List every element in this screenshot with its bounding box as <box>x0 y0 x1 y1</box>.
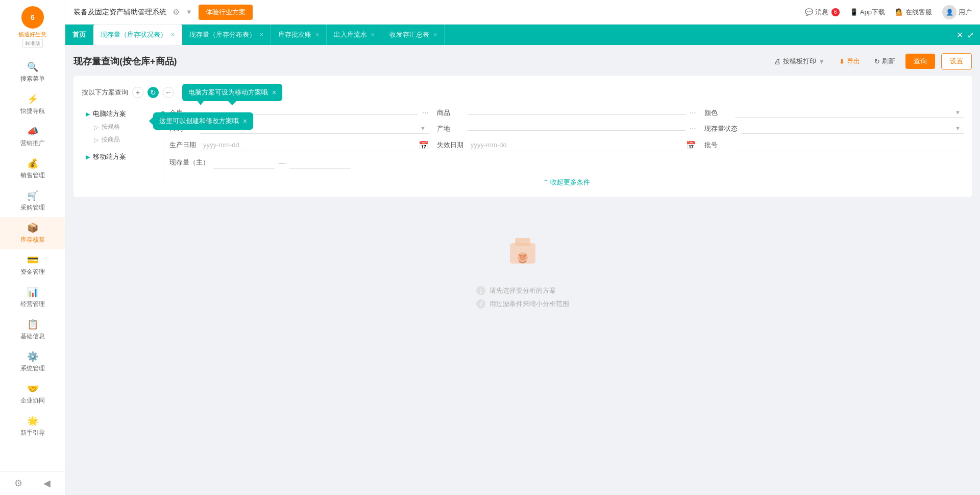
pc-scheme-header[interactable]: ▶ 电脑端方案 <box>82 107 157 121</box>
filter-refresh-btn[interactable]: ↻ <box>148 87 159 98</box>
collapse-sidebar-icon[interactable]: ◀ <box>43 478 51 489</box>
message-icon: 💬 <box>805 8 813 16</box>
plan-button[interactable]: 体验行业方案 <box>199 5 253 20</box>
sidebar-item-quicknav[interactable]: ⚡ 快捷导航 <box>0 88 65 121</box>
sidebar-item-newbie[interactable]: 🌟 新手引导 <box>0 410 65 442</box>
filter-add-btn[interactable]: + <box>132 87 143 98</box>
goods-select[interactable] <box>468 110 685 115</box>
svg-rect-3 <box>515 238 530 246</box>
empty-illustration <box>500 228 546 274</box>
tab-batch-account[interactable]: 库存批次账 × <box>271 25 327 45</box>
print-action[interactable]: 🖨 按模板打印 ▼ <box>770 55 829 68</box>
tab-inout-flow-label: 出入库流水 <box>334 30 367 39</box>
tab-home-label: 首页 <box>72 30 86 39</box>
produce-date-calendar-icon[interactable]: 📅 <box>419 140 429 150</box>
message-action[interactable]: 💬 消息 6 <box>805 8 840 17</box>
tab-inout-flow[interactable]: 出入库流水 × <box>327 25 382 45</box>
filter-cell-quantity: 现存量（主） — <box>169 156 374 169</box>
filter-cell-goods: 商品 ··· <box>437 108 696 117</box>
mobile-scheme-header[interactable]: ▶ 移动端方案 <box>82 150 157 163</box>
produce-date-input[interactable] <box>200 139 414 151</box>
filter-header: 按以下方案查询 + ↻ ← 电脑方案可设为移动方案哦 × <box>82 84 964 101</box>
refresh-label: 刷新 <box>882 57 895 66</box>
expire-date-input[interactable] <box>468 139 682 151</box>
step-circle-2: 2 <box>476 299 485 309</box>
sidebar-item-system[interactable]: ⚙️ 系统管理 <box>0 346 65 378</box>
filter-cell-produce-date: 生产日期 📅 <box>169 139 429 151</box>
operations-icon: 📊 <box>27 287 38 298</box>
sidebar-item-cooperation[interactable]: 🤝 企业协同 <box>0 378 65 410</box>
tab-home[interactable]: 首页 <box>65 25 93 45</box>
expire-date-label: 失效日期 <box>437 140 463 150</box>
sidebar-item-label: 系统管理 <box>20 364 45 373</box>
origin-select[interactable] <box>468 126 685 131</box>
tab-inventory-status-close[interactable]: × <box>171 31 175 38</box>
tooltip2-close[interactable]: × <box>243 117 247 125</box>
sidebar-item-inventory[interactable]: 📦 库存核算 <box>0 217 65 249</box>
filter-row-3: 生产日期 📅 失效日期 📅 批号 <box>169 139 964 151</box>
tab-recv-summary[interactable]: 收发存汇总表 × <box>382 25 445 45</box>
page-title: 现存量查询(按仓库+商品) <box>74 55 177 67</box>
header-settings-icon[interactable]: ⚙ <box>173 7 180 17</box>
tab-inventory-status[interactable]: 现存量（库存状况表） × <box>93 25 182 45</box>
collapse-label: 收起更多条件 <box>550 178 590 186</box>
sidebar-item-label: 库存核算 <box>20 235 45 244</box>
color-select[interactable]: ▼ <box>735 107 964 118</box>
guige-label: 按规格 <box>102 123 120 131</box>
sidebar-item-marketing[interactable]: 📣 营销推广 <box>0 121 65 153</box>
refresh-action[interactable]: ↻ 刷新 <box>870 55 899 68</box>
sidebar-item-basic[interactable]: 📋 基础信息 <box>0 314 65 346</box>
tab-recv-summary-close[interactable]: × <box>433 31 437 38</box>
page-title-bar: 现存量查询(按仓库+商品) 🖨 按模板打印 ▼ ⬇ 导出 ↻ 刷新 查询 设置 <box>74 53 972 69</box>
filter-back-btn[interactable]: ← <box>163 87 174 98</box>
user-avatar: 👤 <box>942 5 957 19</box>
goods-dots[interactable]: ··· <box>690 108 696 117</box>
pc-scheme-child-shangpin[interactable]: ▷ 按商品 <box>90 133 157 146</box>
filter-cell-origin: 产地 ··· <box>437 124 696 133</box>
settings-bottom-icon[interactable]: ⚙ <box>14 478 22 489</box>
sidebar-item-purchase[interactable]: 🛒 采购管理 <box>0 185 65 217</box>
app-download-action[interactable]: 📱 App下载 <box>850 8 885 17</box>
user-action[interactable]: 👤 用户 <box>942 5 972 19</box>
tab-inventory-dist-close[interactable]: × <box>260 31 263 38</box>
warehouse-dots[interactable]: ··· <box>422 108 429 117</box>
tab-batch-account-close[interactable]: × <box>315 31 319 38</box>
sidebar-menu: 🔍 搜索菜单 ⚡ 快捷导航 📣 营销推广 💰 销售管理 🛒 采购管理 📦 库存核… <box>0 52 65 471</box>
scheme-list: 这里可以创建和修改方案哦 × ▶ 电脑端方案 <box>82 107 163 189</box>
sidebar-item-label: 销售管理 <box>20 171 45 180</box>
header-dropdown-icon[interactable]: ▼ <box>186 8 192 16</box>
pc-scheme-child-guige[interactable]: ▷ 按规格 <box>90 121 157 133</box>
quantity-to-input[interactable] <box>289 156 351 169</box>
batch-input[interactable] <box>735 139 964 151</box>
page-actions: 🖨 按模板打印 ▼ ⬇ 导出 ↻ 刷新 查询 设置 <box>770 53 972 69</box>
sidebar-item-operations[interactable]: 📊 经营管理 <box>0 281 65 314</box>
settings-button[interactable]: 设置 <box>941 53 972 69</box>
tab-batch-account-label: 库存批次账 <box>278 30 311 39</box>
tooltip1-close[interactable]: × <box>272 88 276 97</box>
quantity-from-input[interactable] <box>213 156 275 169</box>
sidebar-item-search[interactable]: 🔍 搜索菜单 <box>0 56 65 88</box>
tab-close-all-icon[interactable]: ✕ <box>957 30 963 40</box>
query-button[interactable]: 查询 <box>905 54 935 69</box>
export-action[interactable]: ⬇ 导出 <box>835 55 864 68</box>
inventory-status-select[interactable]: ▼ <box>742 123 964 134</box>
tab-expand-icon[interactable]: ⤢ <box>967 30 974 40</box>
size-dropdown-icon: ▼ <box>420 125 426 131</box>
system-name: 装备及固定资产辅助管理系统 <box>74 8 166 17</box>
filter-cell-color: 颜色 ▼ <box>704 107 964 118</box>
search-icon: 🔍 <box>27 61 38 73</box>
collapse-btn[interactable]: ⌃ 收起更多条件 <box>169 174 964 189</box>
expire-date-calendar-icon[interactable]: 📅 <box>686 140 696 150</box>
tab-inventory-dist[interactable]: 现存量（库存分布表） × <box>182 25 271 45</box>
tab-inout-flow-close[interactable]: × <box>371 31 375 38</box>
content-area: 现存量查询(按仓库+商品) 🖨 按模板打印 ▼ ⬇ 导出 ↻ 刷新 查询 设置 <box>65 45 980 495</box>
export-label: 导出 <box>847 57 860 66</box>
pc-scheme-children: ▷ 按规格 ▷ 按商品 <box>90 121 157 146</box>
sidebar-item-finance[interactable]: 💳 资金管理 <box>0 249 65 281</box>
tooltip2-text: 这里可以创建和修改方案哦 <box>159 116 239 126</box>
origin-dots[interactable]: ··· <box>690 124 696 133</box>
online-support-action[interactable]: 💁 在线客服 <box>895 8 932 17</box>
quantity-label: 现存量（主） <box>169 158 209 167</box>
sidebar-item-sales[interactable]: 💰 销售管理 <box>0 153 65 185</box>
empty-step1-text: 请先选择要分析的方案 <box>489 284 556 297</box>
